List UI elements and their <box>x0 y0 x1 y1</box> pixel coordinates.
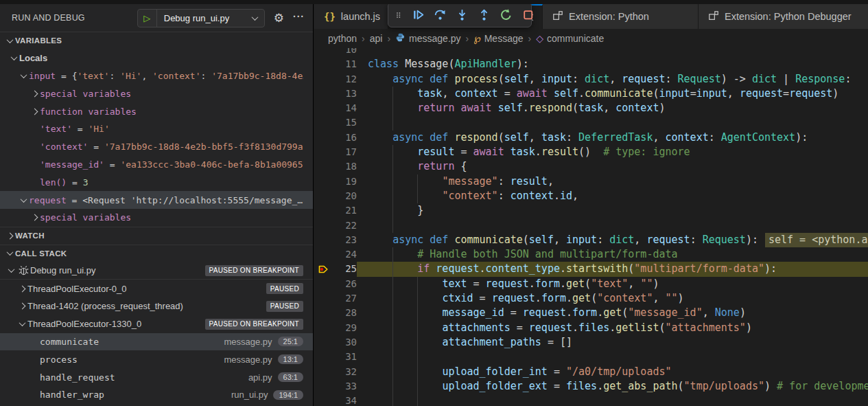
tree-row-var-text[interactable]: 'text' = 'Hi' <box>0 120 313 138</box>
chevron-right-icon[interactable] <box>29 215 40 220</box>
glyph-margin[interactable] <box>314 277 332 291</box>
chevron-right-icon[interactable] <box>16 286 27 291</box>
glyph-margin[interactable] <box>314 203 332 218</box>
glyph-margin[interactable] <box>314 87 332 101</box>
tree-row-thread-pool-0-0[interactable]: ThreadPoolExecutor-0_0PAUSED <box>0 280 313 297</box>
line-content[interactable]: result = await task.result() # type: ign… <box>357 145 868 159</box>
glyph-margin[interactable] <box>314 233 332 247</box>
stack-frame-communicate[interactable]: communicatemessage.py25:1 <box>0 333 313 351</box>
line-content[interactable]: message_id = request.form.get("message_i… <box>357 306 868 320</box>
chevron-down-icon[interactable] <box>18 74 29 78</box>
glyph-margin[interactable] <box>314 306 332 320</box>
tree-row-special-variables-request[interactable]: special variables <box>0 209 313 227</box>
line-content[interactable]: return { <box>357 159 868 174</box>
line-number[interactable]: 21 <box>332 203 357 218</box>
tree-row-var-message-id[interactable]: 'message_id' = 'ea133ccc-3ba0-406c-befa-… <box>0 156 313 174</box>
glyph-margin[interactable] <box>314 101 332 115</box>
line-number[interactable]: 20 <box>332 189 357 203</box>
line-number[interactable]: 11 <box>332 57 357 71</box>
step-over-icon[interactable] <box>434 8 447 21</box>
continue-icon[interactable] <box>412 8 425 21</box>
line-number[interactable]: 16 <box>332 131 357 145</box>
tree-row-scope-locals[interactable]: Locals <box>0 49 313 67</box>
tab-extension-python[interactable]: Extension: Python <box>543 4 699 29</box>
breadcrumb-item-message[interactable]: ℘Message <box>473 32 523 45</box>
stop-icon[interactable] <box>521 8 535 21</box>
chevron-right-icon[interactable] <box>4 234 15 238</box>
line-number[interactable]: 34 <box>332 394 357 406</box>
line-number[interactable]: 24 <box>332 247 357 262</box>
line-content[interactable]: async def communicate(self, input: dict,… <box>357 233 868 247</box>
line-number[interactable]: 28 <box>332 306 357 320</box>
line-content[interactable]: "context": context.id, <box>357 189 868 203</box>
line-number[interactable]: 14 <box>332 101 357 115</box>
launch-config-dropdown[interactable]: ▷ Debug run_ui.py <box>137 9 265 27</box>
glyph-margin[interactable] <box>314 72 332 87</box>
gear-icon[interactable]: ⚙ <box>274 12 284 24</box>
restart-icon[interactable] <box>500 8 513 21</box>
chevron-down-icon[interactable] <box>16 322 27 326</box>
chevron-down-icon[interactable] <box>4 38 15 43</box>
breadcrumb-item-python[interactable]: python <box>328 33 357 44</box>
line-content[interactable]: "message": result, <box>357 174 868 189</box>
tree-row-special-variables-input[interactable]: special variables <box>0 84 313 102</box>
glyph-margin[interactable] <box>314 291 332 306</box>
line-number[interactable]: 13 <box>332 87 357 101</box>
glyph-margin[interactable] <box>314 159 332 174</box>
line-content[interactable] <box>357 350 868 364</box>
line-content[interactable]: class Message(ApiHandler): <box>357 57 868 71</box>
line-number[interactable]: 18 <box>332 159 357 174</box>
section-variables[interactable]: VARIABLES <box>0 32 313 49</box>
line-number[interactable]: 17 <box>332 145 357 159</box>
tree-row-function-variables-input[interactable]: function variables <box>0 102 313 120</box>
glyph-margin[interactable] <box>314 394 332 406</box>
section-watch[interactable]: WATCH <box>0 227 313 245</box>
stack-frame-process[interactable]: processmessage.py13:1 <box>0 350 313 368</box>
section-callstack[interactable]: CALL STACK <box>0 245 313 262</box>
glyph-margin[interactable] <box>314 189 332 203</box>
line-number[interactable]: 10 <box>332 48 357 57</box>
glyph-margin[interactable] <box>314 321 332 335</box>
line-content[interactable] <box>357 218 868 233</box>
grip-icon[interactable] <box>395 9 403 21</box>
breakpoint-current-icon[interactable] <box>314 262 332 276</box>
breadcrumb-item-communicate[interactable]: ◇communicate <box>536 33 604 44</box>
chevron-right-icon[interactable] <box>29 91 40 96</box>
glyph-margin[interactable] <box>314 335 332 350</box>
tree-row-thread-1402[interactable]: Thread-1402 (process_request_thread)PAUS… <box>0 297 313 315</box>
line-number[interactable]: 15 <box>332 115 357 130</box>
line-number[interactable]: 30 <box>332 335 357 350</box>
tab-launch-json[interactable]: {} launch.js <box>314 4 388 29</box>
breadcrumb-item-message-py[interactable]: message.py <box>395 32 460 45</box>
glyph-margin[interactable] <box>314 174 332 189</box>
start-debugging-icon[interactable]: ▷ <box>138 10 157 27</box>
line-content[interactable]: attachment_paths = [] <box>357 335 868 350</box>
line-content[interactable]: } <box>357 203 868 218</box>
chevron-right-icon[interactable] <box>16 304 27 308</box>
glyph-margin[interactable] <box>314 131 332 145</box>
stack-frame-handler-wrap[interactable]: handler_wraprun_ui.py194:1 <box>0 386 313 404</box>
line-content[interactable]: # Handle both JSON and multipart/form-da… <box>357 247 868 262</box>
line-number[interactable]: 27 <box>332 291 357 306</box>
line-number[interactable]: 32 <box>332 365 357 379</box>
line-number[interactable]: 25 <box>332 262 357 276</box>
line-content[interactable]: task, context = await self.communicate(i… <box>357 87 868 101</box>
glyph-margin[interactable] <box>314 379 332 394</box>
more-actions-icon[interactable]: ··· <box>293 12 305 24</box>
line-content[interactable]: return await self.respond(task, context) <box>357 101 868 115</box>
line-number[interactable]: 33 <box>332 379 357 394</box>
line-number[interactable]: 19 <box>332 174 357 189</box>
step-into-icon[interactable] <box>456 8 469 21</box>
line-content[interactable]: upload_folder_int = "/a0/tmp/uploads" <box>357 365 868 379</box>
breadcrumb-item-api[interactable]: api <box>370 33 383 44</box>
line-number[interactable]: 12 <box>332 72 357 87</box>
step-out-icon[interactable] <box>478 8 491 21</box>
line-content[interactable]: attachments = request.files.getlist("att… <box>357 321 868 335</box>
line-content[interactable]: text = request.form.get("text", "") <box>357 277 868 291</box>
glyph-margin[interactable] <box>314 218 332 233</box>
chevron-down-icon[interactable] <box>18 198 29 203</box>
glyph-margin[interactable] <box>314 247 332 262</box>
tree-row-session-debug-run-ui[interactable]: Debug run_ui.pyPAUSED ON BREAKPOINT <box>0 262 313 280</box>
glyph-margin[interactable] <box>314 350 332 364</box>
line-number[interactable]: 26 <box>332 277 357 291</box>
